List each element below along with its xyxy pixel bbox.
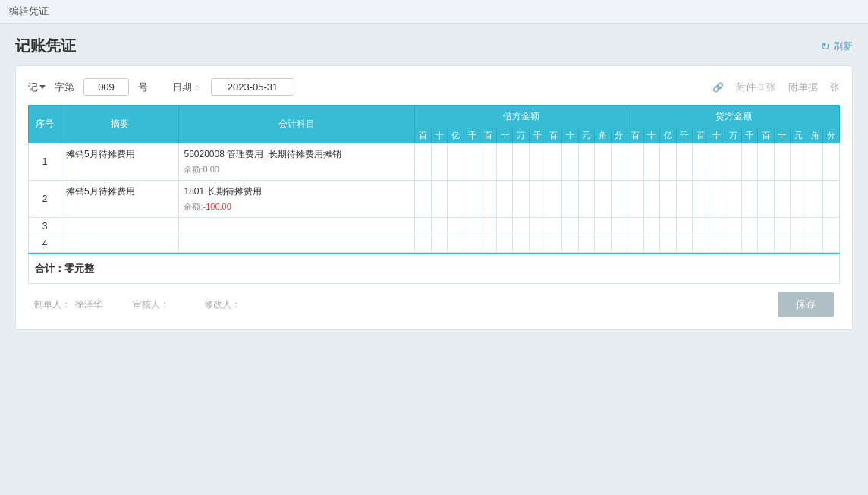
debit-digit-r3-c2[interactable] bbox=[448, 235, 464, 253]
row-account-0[interactable]: 56020008 管理费用_长期待摊费用摊销余额:0.00 bbox=[179, 143, 415, 181]
credit-digit-r0-c3[interactable] bbox=[676, 143, 693, 181]
credit-digit-r2-c5[interactable] bbox=[709, 218, 725, 235]
credit-digit-r0-c6[interactable] bbox=[725, 143, 742, 181]
credit-digit-r3-c4[interactable] bbox=[693, 235, 709, 253]
debit-digit-r3-c3[interactable] bbox=[464, 235, 480, 253]
debit-digit-r1-c12[interactable] bbox=[611, 181, 627, 218]
zi-input[interactable] bbox=[83, 78, 129, 96]
credit-digit-r3-c0[interactable] bbox=[627, 235, 644, 253]
credit-digit-r2-c9[interactable] bbox=[774, 218, 791, 235]
credit-digit-r0-c2[interactable] bbox=[660, 143, 677, 181]
debit-digit-r0-c0[interactable] bbox=[415, 143, 432, 181]
debit-digit-r2-c12[interactable] bbox=[611, 218, 627, 235]
credit-digit-r1-c2[interactable] bbox=[660, 181, 677, 218]
credit-digit-r3-c2[interactable] bbox=[660, 235, 677, 253]
credit-digit-r2-c4[interactable] bbox=[693, 218, 709, 235]
row-summary-3[interactable] bbox=[61, 235, 179, 253]
row-account-2[interactable] bbox=[179, 218, 415, 235]
debit-digit-r1-c1[interactable] bbox=[431, 181, 448, 218]
row-summary-0[interactable]: 摊销5月待摊费用 bbox=[61, 143, 179, 181]
debit-digit-r0-c8[interactable] bbox=[546, 143, 562, 181]
debit-digit-r3-c7[interactable] bbox=[529, 235, 546, 253]
debit-digit-r2-c2[interactable] bbox=[448, 218, 464, 235]
debit-digit-r0-c1[interactable] bbox=[431, 143, 448, 181]
debit-digit-r2-c4[interactable] bbox=[480, 218, 497, 235]
debit-digit-r1-c2[interactable] bbox=[448, 181, 464, 218]
credit-digit-r2-c12[interactable] bbox=[823, 218, 840, 235]
credit-digit-r1-c4[interactable] bbox=[693, 181, 709, 218]
debit-digit-r3-c1[interactable] bbox=[431, 235, 448, 253]
credit-digit-r0-c0[interactable] bbox=[627, 143, 644, 181]
credit-digit-r2-c2[interactable] bbox=[660, 218, 677, 235]
credit-digit-r0-c5[interactable] bbox=[709, 143, 725, 181]
debit-digit-r0-c3[interactable] bbox=[464, 143, 480, 181]
credit-digit-r3-c7[interactable] bbox=[741, 235, 758, 253]
debit-digit-r2-c7[interactable] bbox=[529, 218, 546, 235]
debit-digit-r3-c8[interactable] bbox=[546, 235, 562, 253]
debit-digit-r0-c12[interactable] bbox=[611, 143, 627, 181]
ji-dropdown-button[interactable]: 记 bbox=[28, 80, 46, 94]
credit-digit-r0-c12[interactable] bbox=[823, 143, 840, 181]
credit-digit-r1-c10[interactable] bbox=[791, 181, 807, 218]
row-summary-2[interactable] bbox=[61, 218, 179, 235]
debit-digit-r0-c5[interactable] bbox=[496, 143, 513, 181]
debit-digit-r2-c8[interactable] bbox=[546, 218, 562, 235]
debit-digit-r2-c9[interactable] bbox=[562, 218, 579, 235]
row-summary-1[interactable]: 摊销5月待摊费用 bbox=[61, 181, 179, 218]
credit-digit-r0-c8[interactable] bbox=[758, 143, 775, 181]
debit-digit-r3-c5[interactable] bbox=[496, 235, 513, 253]
credit-digit-r2-c0[interactable] bbox=[627, 218, 644, 235]
credit-digit-r0-c7[interactable] bbox=[741, 143, 758, 181]
credit-digit-r1-c3[interactable] bbox=[676, 181, 693, 218]
credit-digit-r1-c12[interactable] bbox=[823, 181, 840, 218]
credit-digit-r3-c6[interactable] bbox=[725, 235, 742, 253]
credit-digit-r0-c1[interactable] bbox=[643, 143, 660, 181]
credit-digit-r2-c11[interactable] bbox=[807, 218, 823, 235]
credit-digit-r3-c8[interactable] bbox=[758, 235, 775, 253]
debit-digit-r0-c4[interactable] bbox=[480, 143, 497, 181]
credit-digit-r1-c0[interactable] bbox=[627, 181, 644, 218]
save-button[interactable]: 保存 bbox=[778, 292, 834, 317]
debit-digit-r2-c0[interactable] bbox=[415, 218, 432, 235]
credit-digit-r1-c1[interactable] bbox=[643, 181, 660, 218]
debit-digit-r1-c9[interactable] bbox=[562, 181, 579, 218]
debit-digit-r2-c1[interactable] bbox=[431, 218, 448, 235]
debit-digit-r0-c7[interactable] bbox=[529, 143, 546, 181]
debit-digit-r3-c12[interactable] bbox=[611, 235, 627, 253]
credit-digit-r3-c9[interactable] bbox=[774, 235, 791, 253]
credit-digit-r0-c4[interactable] bbox=[693, 143, 709, 181]
debit-digit-r0-c11[interactable] bbox=[595, 143, 612, 181]
credit-digit-r3-c10[interactable] bbox=[791, 235, 807, 253]
credit-digit-r0-c9[interactable] bbox=[774, 143, 791, 181]
credit-digit-r2-c6[interactable] bbox=[725, 218, 742, 235]
credit-digit-r1-c7[interactable] bbox=[741, 181, 758, 218]
debit-digit-r3-c10[interactable] bbox=[578, 235, 595, 253]
debit-digit-r0-c6[interactable] bbox=[513, 143, 530, 181]
credit-digit-r2-c3[interactable] bbox=[676, 218, 693, 235]
debit-digit-r3-c6[interactable] bbox=[513, 235, 530, 253]
debit-digit-r0-c10[interactable] bbox=[578, 143, 595, 181]
credit-digit-r2-c1[interactable] bbox=[643, 218, 660, 235]
debit-digit-r3-c0[interactable] bbox=[415, 235, 432, 253]
credit-digit-r3-c11[interactable] bbox=[807, 235, 823, 253]
debit-digit-r1-c3[interactable] bbox=[464, 181, 480, 218]
credit-digit-r1-c6[interactable] bbox=[725, 181, 742, 218]
credit-digit-r3-c1[interactable] bbox=[643, 235, 660, 253]
date-input[interactable] bbox=[211, 78, 294, 96]
row-account-3[interactable] bbox=[179, 235, 415, 253]
credit-digit-r0-c10[interactable] bbox=[791, 143, 807, 181]
credit-digit-r2-c8[interactable] bbox=[758, 218, 775, 235]
debit-digit-r0-c9[interactable] bbox=[562, 143, 579, 181]
debit-digit-r1-c10[interactable] bbox=[578, 181, 595, 218]
debit-digit-r2-c5[interactable] bbox=[496, 218, 513, 235]
row-account-1[interactable]: 1801 长期待摊费用余额:-100.00 bbox=[179, 181, 415, 218]
credit-digit-r3-c12[interactable] bbox=[823, 235, 840, 253]
credit-digit-r1-c9[interactable] bbox=[774, 181, 791, 218]
credit-digit-r3-c3[interactable] bbox=[676, 235, 693, 253]
debit-digit-r3-c11[interactable] bbox=[595, 235, 612, 253]
debit-digit-r2-c6[interactable] bbox=[513, 218, 530, 235]
debit-digit-r3-c4[interactable] bbox=[480, 235, 497, 253]
debit-digit-r2-c3[interactable] bbox=[464, 218, 480, 235]
refresh-button[interactable]: ↻ 刷新 bbox=[821, 39, 853, 53]
credit-digit-r1-c11[interactable] bbox=[807, 181, 823, 218]
